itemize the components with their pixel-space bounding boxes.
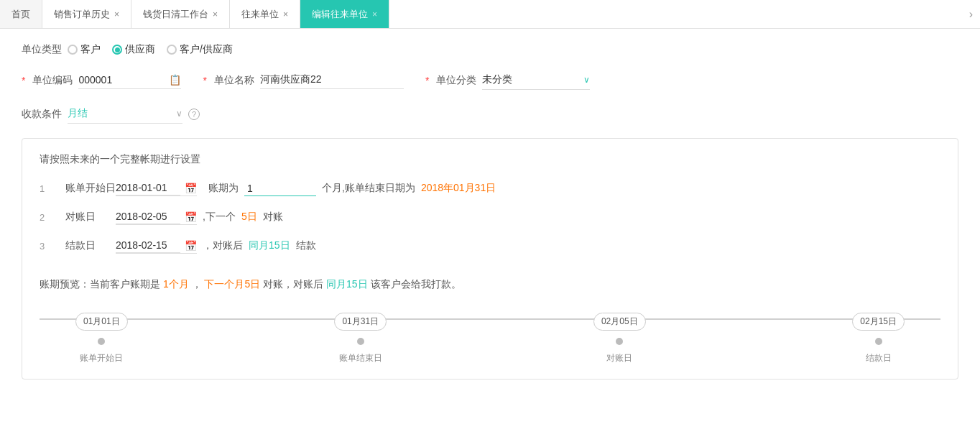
step-row-1: 1 账单开始日 📅 账期为 个月,账单结束日期为 2018年01月31日 xyxy=(40,180,940,196)
preview-text3: 该客户会给我打款。 xyxy=(371,278,461,290)
node-3-badge: 02月05日 xyxy=(593,313,646,331)
step-row-2: 2 对账日 📅 ,下一个 5日 对账 xyxy=(40,209,940,225)
step3-date-wrap: 📅 xyxy=(116,238,197,254)
unit-category-value: 未分类 xyxy=(482,73,583,86)
step1-date-input[interactable] xyxy=(116,180,180,196)
step-name-3: 结款日 xyxy=(65,239,116,252)
payment-terms-arrow: ∨ xyxy=(176,109,182,119)
step-content-1: 📅 账期为 个月,账单结束日期为 2018年01月31日 xyxy=(116,180,940,196)
node-1-dot xyxy=(98,338,105,345)
tab-edit-partner[interactable]: 编辑往来单位 × xyxy=(300,0,389,28)
tabs-bar: 首页 销售订单历史 × 钱货日清工作台 × 往来单位 × 编辑往来单位 × › xyxy=(0,0,980,29)
tabs-arrow[interactable]: › xyxy=(962,8,980,21)
payment-terms-value: 月结 xyxy=(68,107,172,120)
step2-date-wrap: 📅 xyxy=(116,209,197,225)
main-content: 单位类型 客户 供应商 客户/供应商 * 单位编码 xyxy=(0,29,980,437)
node-4-badge: 02月15日 xyxy=(852,313,905,331)
radio-group: 客户 供应商 客户/供应商 xyxy=(68,43,233,56)
tab-sales-history-label: 销售订单历史 xyxy=(54,8,110,21)
radio-customer-circle xyxy=(68,45,78,55)
step1-middle-text: 账期为 xyxy=(208,182,239,195)
node-2-badge: 01月31日 xyxy=(334,313,387,331)
tab-sales-history-close[interactable]: × xyxy=(114,9,119,19)
payment-terms-group: 收款条件 月结 ∨ ? xyxy=(22,104,200,124)
tab-cash-workbench-label: 钱货日清工作台 xyxy=(143,8,208,21)
preview-highlight1: 1个月 xyxy=(163,278,189,290)
preview-prefix: 账期预览：当前客户账期是 xyxy=(40,278,160,290)
step-content-3: 📅 ，对账后 同月15日 结款 xyxy=(116,238,940,254)
tab-home-label: 首页 xyxy=(11,8,30,21)
step1-period-input[interactable] xyxy=(244,181,316,196)
step2-date-input[interactable] xyxy=(116,209,180,224)
timeline-node-2: 01月31日 账单结束日 xyxy=(334,313,387,364)
payment-terms-dropdown[interactable]: 月结 ∨ xyxy=(68,104,182,124)
unit-type-label: 单位类型 xyxy=(22,43,62,56)
tab-edit-partner-close[interactable]: × xyxy=(372,9,377,19)
step-num-2: 2 xyxy=(40,212,65,223)
payment-terms-row: 收款条件 月结 ∨ ? xyxy=(22,104,958,124)
timeline-node-1: 01月01日 账单开始日 xyxy=(75,313,128,364)
preview-highlight3: 同月15日 xyxy=(326,278,368,290)
step3-date-input[interactable] xyxy=(116,238,180,253)
unit-name-required: * xyxy=(203,75,206,86)
category-dropdown-arrow: ∨ xyxy=(583,75,590,85)
node-2-label: 账单结束日 xyxy=(339,352,382,364)
tab-cash-workbench-close[interactable]: × xyxy=(213,9,218,19)
payment-terms-label: 收款条件 xyxy=(22,108,62,121)
node-3-label: 对账日 xyxy=(606,352,632,364)
node-4-label: 结款日 xyxy=(866,352,892,364)
unit-code-input[interactable] xyxy=(78,71,165,88)
timeline-node-3: 02月05日 对账日 xyxy=(593,313,646,364)
unit-code-label: 单位编码 xyxy=(32,74,73,87)
step2-calendar-icon[interactable]: 📅 xyxy=(185,211,197,223)
node-3-dot xyxy=(616,338,623,345)
unit-category-group: * 单位分类 未分类 ∨ xyxy=(425,70,590,90)
tab-cash-workbench[interactable]: 钱货日清工作台 × xyxy=(131,0,230,28)
tab-sales-history[interactable]: 销售订单历史 × xyxy=(42,0,131,28)
step1-date-wrap: 📅 xyxy=(116,180,197,196)
step-name-1: 账单开始日 xyxy=(65,182,116,195)
step-num-1: 1 xyxy=(40,183,65,194)
unit-category-label: 单位分类 xyxy=(436,74,476,87)
radio-both[interactable]: 客户/供应商 xyxy=(167,43,233,56)
step3-calendar-icon[interactable]: 📅 xyxy=(185,240,197,252)
preview-row: 账期预览：当前客户账期是 1个月 ， 下一个月5日 对账，对账后 同月15日 该… xyxy=(40,267,940,305)
step-content-2: 📅 ,下一个 5日 对账 xyxy=(116,209,940,225)
tab-partner[interactable]: 往来单位 × xyxy=(230,0,300,28)
unit-code-icon[interactable]: 📋 xyxy=(169,74,181,86)
settings-box: 请按照未来的一个完整帐期进行设置 1 账单开始日 📅 账期为 个月,账单结束日期… xyxy=(22,138,958,380)
radio-supplier-label: 供应商 xyxy=(125,43,155,56)
node-1-label: 账单开始日 xyxy=(80,352,123,364)
unit-type-group: 单位类型 客户 供应商 客户/供应商 xyxy=(22,43,233,56)
timeline-wrap: 01月01日 账单开始日 01月31日 账单结束日 02月05日 对账日 xyxy=(40,305,940,364)
radio-customer[interactable]: 客户 xyxy=(68,43,101,56)
radio-both-circle xyxy=(167,45,177,55)
step2-prefix: ,下一个 xyxy=(203,211,236,224)
step1-suffix: 个月,账单结束日期为 xyxy=(322,182,415,195)
step1-calendar-icon[interactable]: 📅 xyxy=(185,183,197,194)
step1-highlight: 2018年01月31日 xyxy=(421,182,496,195)
step2-highlight: 5日 xyxy=(241,211,257,224)
step3-suffix: 结款 xyxy=(296,239,316,252)
unit-code-group: * 单位编码 📋 xyxy=(22,71,181,89)
tab-partner-close[interactable]: × xyxy=(283,9,288,19)
tab-edit-partner-label: 编辑往来单位 xyxy=(312,8,368,21)
settings-box-title: 请按照未来的一个完整帐期进行设置 xyxy=(40,153,940,166)
tab-partner-label: 往来单位 xyxy=(241,8,279,21)
unit-category-required: * xyxy=(425,75,429,86)
unit-category-dropdown[interactable]: 未分类 ∨ xyxy=(482,70,590,90)
preview-text1: ， xyxy=(192,278,202,290)
unit-info-row: * 单位编码 📋 * 单位名称 * 单位分类 未分类 ∨ xyxy=(22,70,958,90)
unit-name-label: 单位名称 xyxy=(214,74,254,87)
tab-home[interactable]: 首页 xyxy=(0,0,42,28)
radio-both-label: 客户/供应商 xyxy=(180,43,233,56)
step3-highlight: 同月15日 xyxy=(249,239,290,252)
node-2-dot xyxy=(357,338,364,345)
radio-supplier[interactable]: 供应商 xyxy=(112,43,155,56)
step2-suffix: 对账 xyxy=(263,211,283,224)
unit-code-input-wrap: 📋 xyxy=(78,71,181,89)
unit-name-input[interactable] xyxy=(260,71,404,89)
unit-type-row: 单位类型 客户 供应商 客户/供应商 xyxy=(22,43,958,56)
radio-supplier-circle xyxy=(112,45,122,55)
help-icon[interactable]: ? xyxy=(188,109,200,120)
